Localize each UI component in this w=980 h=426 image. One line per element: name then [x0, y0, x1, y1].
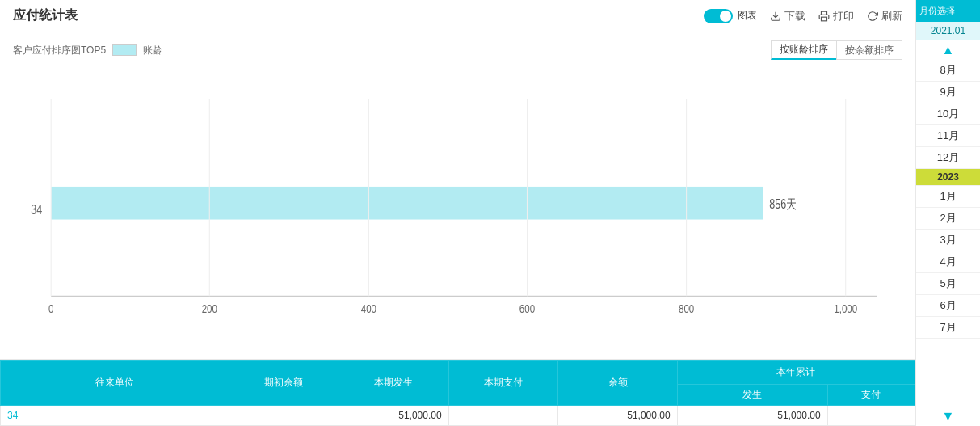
svg-text:1,000: 1,000 [834, 302, 857, 315]
sidebar-down-arrow[interactable]: ▼ [916, 407, 980, 426]
source-link[interactable]: 34 [7, 410, 18, 421]
sidebar-header-label: 月份选择 [919, 5, 955, 17]
chart-svg: 34 856天 0 200 400 600 800 1,000 [13, 66, 902, 351]
svg-text:600: 600 [519, 302, 535, 315]
sort-buttons: 按账龄排序 按余额排序 [771, 40, 902, 60]
sidebar-month-8[interactable]: 8月 [916, 60, 980, 82]
svg-text:0: 0 [48, 302, 53, 315]
col-ytd-pay: 支付 [827, 385, 915, 406]
chart-legend: 客户应付排序图TOP5 账龄 [13, 44, 162, 57]
sidebar-month-7[interactable]: 7月 [916, 317, 980, 339]
sidebar-month-3[interactable]: 3月 [916, 230, 980, 251]
sidebar-up-arrow[interactable]: ▲ [916, 40, 980, 60]
download-button[interactable]: 下载 [770, 9, 805, 23]
page-title: 应付统计表 [13, 7, 78, 24]
svg-text:200: 200 [202, 302, 217, 315]
sidebar-header: 月份选择 [916, 0, 980, 22]
up-chevron-icon: ▲ [942, 43, 955, 57]
col-balance: 余额 [558, 361, 677, 406]
refresh-icon [867, 11, 878, 22]
cell-ytd-occur: 51,000.00 [677, 406, 827, 426]
refresh-button[interactable]: 刷新 [867, 9, 902, 23]
svg-rect-0 [822, 17, 827, 21]
col-current: 本期发生 [339, 361, 448, 406]
svg-text:800: 800 [679, 302, 694, 315]
cell-opening [229, 406, 339, 426]
col-source: 往来单位 [1, 361, 229, 406]
cell-source: 34 [1, 406, 229, 426]
sidebar-month-list: 8月 9月 10月 11月 12月 2023 1月 2月 3月 4月 5月 6月… [916, 60, 980, 407]
col-ytd-occur: 发生 [677, 385, 827, 406]
download-icon [770, 11, 781, 22]
svg-text:856天: 856天 [769, 196, 797, 211]
cell-balance: 51,000.00 [558, 406, 677, 426]
sidebar-month-2[interactable]: 2月 [916, 208, 980, 230]
print-icon [818, 11, 830, 22]
legend-title: 客户应付排序图TOP5 [13, 44, 106, 57]
cell-ytd-pay [827, 406, 915, 426]
chart-toggle-container: 图表 [704, 9, 757, 23]
chart-toggle[interactable] [704, 9, 733, 23]
sidebar-date-display[interactable]: 2021.01 [916, 22, 980, 40]
sidebar-month-1[interactable]: 1月 [916, 186, 980, 208]
sidebar-month-11[interactable]: 11月 [916, 125, 980, 147]
sidebar-month-10[interactable]: 10月 [916, 103, 980, 125]
table-row: 34 51,000.00 51,000.00 51,000.00 [1, 406, 915, 426]
sidebar: 月份选择 2021.01 ▲ 8月 9月 10月 11月 12月 2023 1月… [915, 0, 980, 426]
data-table: 往来单位 期初余额 本期发生 本期支付 余额 本年累计 发生 支付 34 [0, 360, 915, 426]
cell-payment [448, 406, 558, 426]
sidebar-month-5[interactable]: 5月 [916, 273, 980, 295]
col-ytd: 本年累计 [677, 361, 915, 385]
header: 应付统计表 图表 下载 打印 刷新 [0, 0, 915, 32]
sidebar-year-2023[interactable]: 2023 [916, 169, 980, 186]
sidebar-month-6[interactable]: 6月 [916, 295, 980, 317]
sidebar-month-4[interactable]: 4月 [916, 251, 980, 273]
svg-text:34: 34 [31, 202, 42, 217]
print-button[interactable]: 打印 [818, 9, 854, 23]
header-actions: 图表 下载 打印 刷新 [704, 9, 902, 23]
legend-box-label: 账龄 [143, 44, 162, 57]
sort-by-balance-button[interactable]: 按余额排序 [836, 40, 902, 60]
legend-box [112, 44, 137, 56]
col-opening: 期初余额 [229, 361, 339, 406]
chart-header: 客户应付排序图TOP5 账龄 按账龄排序 按余额排序 [13, 40, 902, 60]
sidebar-month-9[interactable]: 9月 [916, 82, 980, 103]
col-payment: 本期支付 [448, 361, 558, 406]
chart-bar [51, 187, 763, 220]
table-wrapper: 往来单位 期初余额 本期发生 本期支付 余额 本年累计 发生 支付 34 [0, 360, 915, 426]
cell-current: 51,000.00 [339, 406, 448, 426]
sidebar-month-12[interactable]: 12月 [916, 147, 980, 169]
chart-area: 客户应付排序图TOP5 账龄 按账龄排序 按余额排序 34 856天 0 [0, 32, 915, 359]
down-chevron-icon: ▼ [942, 409, 955, 424]
main-content: 应付统计表 图表 下载 打印 刷新 客户应付排序图TOP5 [0, 0, 915, 426]
bar-chart-svg: 34 856天 0 200 400 600 800 1,000 [13, 66, 902, 351]
table-area: 往来单位 期初余额 本期发生 本期支付 余额 本年累计 发生 支付 34 [0, 359, 915, 426]
toggle-label: 图表 [738, 9, 757, 23]
sort-by-age-button[interactable]: 按账龄排序 [771, 40, 836, 60]
svg-text:400: 400 [361, 302, 376, 315]
